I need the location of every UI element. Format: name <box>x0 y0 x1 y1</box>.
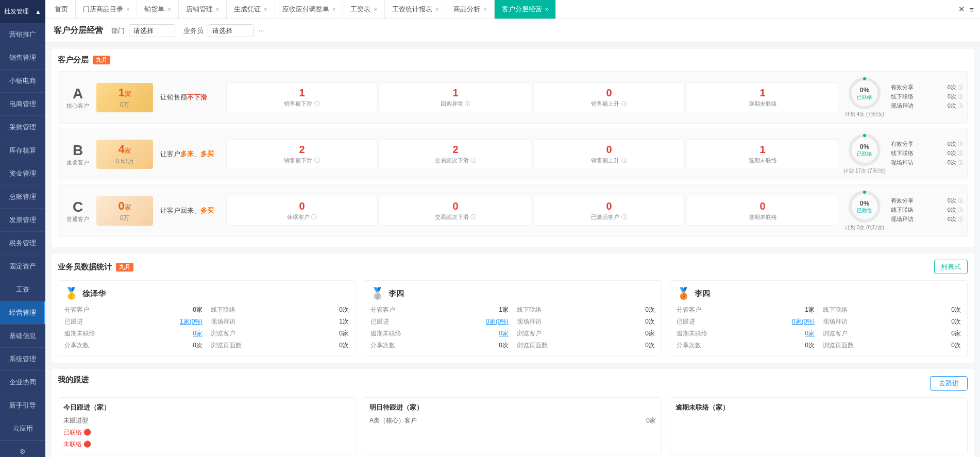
stat-card[interactable]: 1逾期未联络 <box>687 139 838 169</box>
sidebar-item-小畅电商[interactable]: 小畅电商 <box>0 70 45 93</box>
sidebar-item-营销推广[interactable]: 营销推广 <box>0 23 45 46</box>
biz-data-row: 逾期未联络0家 <box>64 329 202 338</box>
biz-data-row: 分享次数0次 <box>677 341 815 350</box>
more-filters-icon[interactable]: ··· <box>258 26 265 36</box>
biz-row-value[interactable]: 1家(0%) <box>180 317 202 326</box>
dept-select[interactable]: 请选择 <box>129 24 175 37</box>
tab-生成凭证[interactable]: 生成凭证× <box>227 0 275 19</box>
tab-商品分析[interactable]: 商品分析× <box>446 0 494 19</box>
biz-row-value: 1次 <box>339 317 349 326</box>
sidebar-item-销售管理[interactable]: 销售管理 <box>0 46 45 70</box>
sidebar-item-资金管理[interactable]: 资金管理 <box>0 162 45 185</box>
sidebar-item-基础信息[interactable]: 基础信息 <box>0 325 45 348</box>
biz-data-row: 逾期未联络0家 <box>677 329 815 338</box>
stat-card[interactable]: 1回购异常 ⓘ <box>380 82 531 112</box>
tab-close-icon[interactable]: × <box>374 6 377 12</box>
tab-门店商品目录[interactable]: 门店商品目录× <box>76 0 137 19</box>
biz-row-value[interactable]: 0家(0%) <box>792 317 815 326</box>
month-badge: 九月 <box>93 56 110 64</box>
sidebar: 批发管理 ▲ 营销推广销售管理小畅电商电商管理采购管理库存核算资金管理总账管理发… <box>0 0 45 457</box>
biz-data-row: 分享次数0次 <box>370 341 509 350</box>
stat-card[interactable]: 0销售额上升 ⓘ <box>533 82 685 112</box>
sidebar-collapse-icon[interactable]: ▲ <box>35 8 41 15</box>
sidebar-item-库存核算[interactable]: 库存核算 <box>0 139 45 162</box>
biz-data-row: 分管客户1家 <box>677 306 815 314</box>
sidebar-item-工资[interactable]: 工资 <box>0 278 45 301</box>
tier-suggestion-B: 让客户多来、多买 <box>156 149 223 159</box>
biz-header: 业务员数据统计 九月 列表式 <box>58 260 968 274</box>
stat-card[interactable]: 1销售额下滑 ⓘ <box>226 82 378 112</box>
stat-card[interactable]: 0休眠客户 ⓘ <box>226 196 378 226</box>
tab-bar-actions: ✕ ≡ <box>954 5 978 14</box>
followup-col-tomorrow: 明日待跟进（家） A类（核心）客户 0家 <box>364 397 662 454</box>
sidebar-item-固定资产[interactable]: 固定资产 <box>0 255 45 278</box>
right-stat-item: 线下联络0次 ⓘ <box>891 149 963 157</box>
sidebar-settings[interactable]: ⚙ <box>0 441 45 457</box>
tab-close-icon[interactable]: × <box>216 6 219 12</box>
tab-close-icon[interactable]: × <box>483 6 486 12</box>
sidebar-item-发票管理[interactable]: 发票管理 <box>0 209 45 232</box>
tier-right-stats-C: 有效分享0次 ⓘ线下联络0次 ⓘ现场拜访0次 ⓘ <box>891 197 963 225</box>
sidebar-item-采购管理[interactable]: 采购管理 <box>0 116 45 139</box>
tab-应收应付调整单[interactable]: 应收应付调整单× <box>275 0 343 19</box>
sidebar-item-系统管理[interactable]: 系统管理 <box>0 348 45 371</box>
tier-stats-A: 1销售额下滑 ⓘ1回购异常 ⓘ0销售额上升 ⓘ1逾期未联络 <box>226 82 838 112</box>
goto-followup-button[interactable]: 去跟进 <box>930 376 968 391</box>
biz-card-0: 🥇徐泽华分管客户0家线下联络0次已跟进1家(0%)现场拜访1次逾期未联络0家浏览… <box>58 280 356 357</box>
stat-card[interactable]: 0逾期未联络 <box>687 196 838 226</box>
tab-首页[interactable]: 首页 <box>47 0 76 19</box>
tab-menu-icon[interactable]: ≡ <box>969 5 974 14</box>
biz-row-value[interactable]: 0家 <box>805 329 815 338</box>
biz-section: 业务员数据统计 九月 列表式 🥇徐泽华分管客户0家线下联络0次已跟进1家(0%)… <box>52 253 974 363</box>
stat-card[interactable]: 0销售额上升 ⓘ <box>533 139 685 169</box>
followup-tomorrow-title: 明日待跟进（家） <box>369 403 656 412</box>
sidebar-item-经营管理[interactable]: 经营管理 <box>0 301 45 325</box>
tab-close-icon[interactable]: × <box>126 6 129 12</box>
biz-data-row: 分享次数0次 <box>64 341 202 350</box>
list-view-button[interactable]: 列表式 <box>934 260 968 274</box>
tier-count-box-B: 4家0.53万 <box>96 140 153 169</box>
right-stat-item: 有效分享0次 ⓘ <box>891 140 963 148</box>
sidebar-header[interactable]: 批发管理 ▲ <box>0 0 45 23</box>
dept-filter: 部门 请选择 <box>111 24 175 37</box>
staff-select[interactable]: 请选择 <box>208 24 254 37</box>
tier-row-C: C普通客户0家0万让客户回来、多买0休眠客户 ⓘ0交易频次下滑 ⓘ0已激活客户 … <box>58 184 968 237</box>
sidebar-item-新手引导[interactable]: 新手引导 <box>0 394 45 417</box>
stat-card[interactable]: 0已激活客户 ⓘ <box>533 196 685 226</box>
biz-row-value[interactable]: 0家 <box>499 329 509 338</box>
stat-card[interactable]: 2销售额下滑 ⓘ <box>226 139 378 169</box>
sidebar-item-企业协同[interactable]: 企业协同 <box>0 371 45 394</box>
tab-客户分层经营[interactable]: 客户分层经营× <box>495 0 556 19</box>
biz-card-header-0: 🥇徐泽华 <box>64 287 349 300</box>
tab-close-icon[interactable]: × <box>545 6 548 12</box>
tab-close-icon[interactable]: × <box>167 6 171 12</box>
biz-row-value: 0次 <box>645 317 655 326</box>
stat-card[interactable]: 2交易频次下滑 ⓘ <box>380 139 531 169</box>
tab-店铺管理[interactable]: 店铺管理× <box>179 0 227 19</box>
tab-工资统计报表[interactable]: 工资统计报表× <box>385 0 446 19</box>
tab-销货单[interactable]: 销货单× <box>137 0 178 19</box>
biz-row-value[interactable]: 0家(0%) <box>486 317 509 326</box>
sidebar-item-总账管理[interactable]: 总账管理 <box>0 185 45 209</box>
biz-name: 李四 <box>695 289 710 299</box>
content-area: 客户分层经营 部门 请选择 业务员 请选择 ··· 客户分层 九月 A核心客户1 <box>45 19 980 457</box>
sidebar-item-税务管理[interactable]: 税务管理 <box>0 232 45 255</box>
biz-data-row: 线下联络0次 <box>823 306 961 314</box>
sidebar-item-电商管理[interactable]: 电商管理 <box>0 93 45 116</box>
settings-icon: ⚙ <box>20 448 26 455</box>
customer-tier-title: 客户分层 九月 <box>58 55 968 65</box>
circle-stat-B: 0% 已联络 计划 17次 (7天/次) <box>841 133 888 175</box>
stat-card[interactable]: 0交易频次下滑 ⓘ <box>380 196 531 226</box>
tab-close-icon[interactable]: × <box>332 6 335 12</box>
biz-row-value: 0次 <box>645 306 655 314</box>
page-title: 客户分层经营 <box>54 25 103 36</box>
right-stat-item: 有效分享0次 ⓘ <box>891 197 963 205</box>
tab-close-icon[interactable]: × <box>264 6 267 12</box>
biz-row-value[interactable]: 0家 <box>193 329 202 338</box>
biz-rows-2: 分管客户1家线下联络0次已跟进0家(0%)现场拜访0次逾期未联络0家浏览客户0家… <box>677 306 961 350</box>
sidebar-item-云应用[interactable]: 云应用 <box>0 417 45 441</box>
tab-close-icon[interactable]: × <box>435 6 438 12</box>
tab-工资表[interactable]: 工资表× <box>343 0 384 19</box>
stat-card[interactable]: 1逾期未联络 <box>687 82 838 112</box>
tab-close-all-icon[interactable]: ✕ <box>958 5 965 14</box>
